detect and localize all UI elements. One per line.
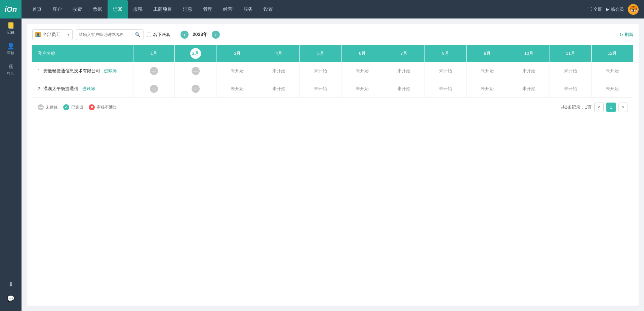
prev-year-button[interactable]: ‹ — [180, 31, 189, 39]
cell-mar: 未开始 — [216, 62, 258, 80]
cell-may: 未开始 — [300, 62, 341, 80]
next-year-button[interactable]: › — [212, 31, 220, 39]
legend-complete: ✓ 已完成 — [63, 104, 83, 110]
main-wrapper: 首页客户收费票据记账报税工商项目消息管理经营服务设置 ⛶ 全屏 ▶ 畅会员 🐯 … — [22, 0, 644, 311]
sidebar-item-audit[interactable]: 👤 审核 — [7, 39, 14, 60]
table-wrapper: 客户名称1月2月3月4月5月6月7月8月9月10月11月12月 1 安徽畅捷通信… — [32, 45, 633, 98]
cell-jul: 未开始 — [383, 80, 425, 98]
refresh-label: 刷新 — [625, 32, 633, 38]
col-header-dec: 12月 — [591, 45, 633, 62]
content-area: 👤 全部员工 ▾ 🔍 名下账套 ‹ 2023年 › — [22, 18, 644, 311]
my-accounts-checkbox[interactable] — [147, 33, 151, 37]
download-icon: ⬇ — [8, 281, 13, 287]
topnav-item-accounting[interactable]: 记账 — [108, 0, 128, 18]
fullscreen-icon: ⛶ — [588, 7, 592, 12]
col-header-sep: 9月 — [467, 45, 508, 62]
topnav-item-home[interactable]: 首页 — [27, 0, 47, 18]
topnav: 首页客户收费票据记账报税工商项目消息管理经营服务设置 ⛶ 全屏 ▶ 畅会员 🐯 — [22, 0, 644, 18]
page-1-button[interactable]: 1 — [606, 103, 616, 112]
sidebar-item-accounting[interactable]: 📒 记账 — [7, 18, 14, 39]
cell-sep: 未开始 — [467, 62, 508, 80]
table-row: 1 安徽畅捷通信息技术有限公司 进账簿 ——未开始未开始未开始未开始未开始未开始… — [32, 62, 633, 80]
status-not-started: 未开始 — [231, 68, 244, 73]
sidebar-item-download[interactable]: ⬇ — [7, 277, 14, 291]
prev-page-button[interactable]: < — [594, 103, 604, 112]
status-not-started: 未开始 — [564, 68, 577, 73]
status-not-started: 未开始 — [397, 68, 410, 73]
topnav-item-invoice[interactable]: 票据 — [87, 0, 108, 18]
topnav-item-settings[interactable]: 设置 — [258, 0, 278, 18]
cell-apr: 未开始 — [258, 62, 300, 80]
avatar[interactable]: 🐯 — [628, 4, 639, 15]
topnav-item-tax[interactable]: 报税 — [128, 0, 148, 18]
status-not-started: 未开始 — [522, 86, 535, 91]
topnav-item-customer[interactable]: 客户 — [47, 0, 67, 18]
search-input[interactable] — [79, 32, 133, 37]
status-not-started: 未开始 — [272, 86, 285, 91]
search-icon[interactable]: 🔍 — [135, 32, 140, 37]
status-dash-icon: — — [192, 85, 200, 93]
cell-jan: — — [133, 80, 175, 98]
legend-icon-rejected: ✕ — [89, 104, 95, 110]
chevron-down-icon: ▾ — [68, 33, 70, 37]
content-card: 👤 全部员工 ▾ 🔍 名下账套 ‹ 2023年 › — [27, 24, 639, 306]
topnav-item-message[interactable]: 消息 — [177, 0, 198, 18]
vip-label: 畅会员 — [611, 6, 624, 12]
checkbox-label: 名下账套 — [153, 32, 170, 38]
sidebar-item-print[interactable]: 🖨 打印 — [7, 60, 14, 80]
col-header-oct: 10月 — [508, 45, 550, 62]
employee-select[interactable]: 👤 全部员工 ▾ — [32, 29, 73, 40]
cell-jan: — — [133, 62, 175, 80]
cell-feb: — — [175, 80, 216, 98]
topnav-item-operation[interactable]: 经营 — [218, 0, 238, 18]
employee-select-label: 全部员工 — [43, 32, 66, 38]
col-header-jun: 6月 — [341, 45, 383, 62]
sidebar-bottom: ⬇ 💬 — [7, 277, 14, 311]
vip-icon: ▶ — [606, 7, 609, 12]
cell-jun: 未开始 — [341, 80, 383, 98]
support-icon: 💬 — [7, 296, 14, 302]
refresh-button[interactable]: ↻ 刷新 — [619, 32, 633, 38]
employee-icon: 👤 — [35, 32, 41, 37]
row-num: 1 — [38, 68, 40, 73]
client-name: 安徽畅捷通信息技术有限公司 — [43, 68, 100, 73]
status-not-started: 未开始 — [606, 68, 619, 73]
active-month-label: 2月 — [190, 48, 201, 59]
cell-jul: 未开始 — [383, 62, 425, 80]
print-icon: 🖨 — [8, 64, 14, 70]
cell-sep: 未开始 — [467, 80, 508, 98]
pagination: 共2条记录，1页 < 1 > — [561, 103, 628, 112]
status-not-started: 未开始 — [272, 68, 285, 73]
col-header-name: 客户名称 — [32, 45, 133, 62]
cell-feb: — — [175, 62, 216, 80]
fullscreen-button[interactable]: ⛶ 全屏 — [588, 6, 602, 12]
enter-ledger-link[interactable]: 进账簿 — [82, 86, 95, 91]
sidebar-item-label: 审核 — [7, 50, 14, 55]
client-name: 漠澳太平畅捷通信 — [43, 86, 78, 91]
legend-not-built: — 未建账 — [38, 104, 58, 110]
vip-button[interactable]: ▶ 畅会员 — [606, 6, 624, 12]
topnav-item-service[interactable]: 服务 — [238, 0, 258, 18]
sidebar: iOn 📒 记账 👤 审核 🖨 打印 ⬇ 💬 — [0, 0, 22, 311]
status-not-started: 未开始 — [356, 86, 369, 91]
col-header-apr: 4月 — [258, 45, 300, 62]
topnav-item-business[interactable]: 工商项目 — [148, 0, 177, 18]
col-header-jan: 1月 — [133, 45, 175, 62]
topnav-item-collection[interactable]: 收费 — [67, 0, 87, 18]
next-page-button[interactable]: > — [618, 103, 628, 112]
legend-label-not-built: 未建账 — [46, 105, 58, 110]
status-not-started: 未开始 — [522, 68, 535, 73]
topnav-item-manage[interactable]: 管理 — [198, 0, 218, 18]
status-not-started: 未开始 — [314, 68, 327, 73]
sidebar-item-support[interactable]: 💬 — [7, 291, 14, 306]
enter-ledger-link[interactable]: 进账簿 — [104, 68, 117, 73]
legend-icon-complete: ✓ — [63, 104, 69, 110]
status-not-started: 未开始 — [356, 68, 369, 73]
cell-nov: 未开始 — [550, 80, 592, 98]
legend-label-complete: 已完成 — [71, 105, 83, 110]
col-header-feb: 2月 — [175, 45, 216, 62]
status-not-started: 未开始 — [439, 86, 452, 91]
year-nav: ‹ 2023年 › — [180, 31, 220, 39]
checkbox-wrap[interactable]: 名下账套 — [147, 32, 170, 38]
accounting-icon: 📒 — [7, 23, 14, 29]
